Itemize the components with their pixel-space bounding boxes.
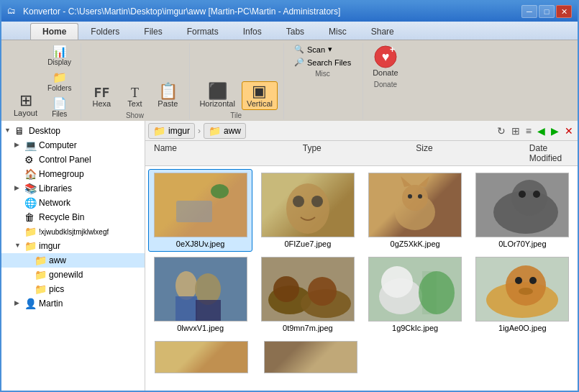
tab-share[interactable]: Share: [359, 23, 406, 40]
col-header-type[interactable]: Type: [300, 142, 414, 164]
expand-libraries[interactable]: ▶: [14, 184, 23, 193]
tab-misc[interactable]: Misc: [316, 23, 359, 40]
view-options-icon[interactable]: ⊞: [510, 124, 521, 138]
sidebar-item-computer[interactable]: ▶ 💻 Computer: [1, 138, 145, 152]
expand-imgur[interactable]: ▼: [14, 242, 23, 250]
expand-martin[interactable]: ▶: [14, 299, 23, 308]
file-item-6[interactable]: 1g9CkIc.jpeg: [363, 253, 468, 336]
file-item-7[interactable]: 1igAe0O.jpeg: [470, 253, 575, 336]
file-item-0[interactable]: 0eXJ8Uv.jpeg: [148, 169, 252, 252]
imgur-folder-icon: 📁: [153, 125, 165, 137]
address-right: ↻ ⊞ ≡ ◀ ▶ ✕: [496, 124, 575, 138]
search-files-icon: 🔎: [294, 58, 304, 67]
layout-button[interactable]: ⊞ Layout: [9, 91, 42, 119]
gonewild-icon: 📁: [35, 269, 46, 281]
paste-button[interactable]: 📋 Paste: [152, 81, 183, 110]
computer-icon: 💻: [24, 140, 36, 151]
folders-button[interactable]: 📁 Folders: [44, 69, 75, 94]
window-controls: ─ □ ✕: [521, 5, 572, 18]
sidebar-item-aww[interactable]: 📁 aww: [1, 253, 145, 268]
vertical-button[interactable]: ▣ Vertical: [242, 81, 278, 110]
breadcrumb-imgur[interactable]: 📁 imgur: [148, 123, 195, 139]
file-item-8[interactable]: [148, 337, 255, 377]
sidebar-item-imgur[interactable]: ▼ 📁 imgur: [1, 239, 145, 253]
aww-icon: 📁: [35, 255, 46, 266]
tab-infos[interactable]: Infos: [231, 23, 274, 40]
ribbon-group-donate: ♥ + Donate Donate: [365, 43, 409, 119]
svg-marker-9: [419, 176, 429, 187]
maximize-button[interactable]: □: [539, 5, 555, 18]
sort-icon[interactable]: ≡: [524, 124, 533, 138]
xjw-icon: 📁: [24, 226, 36, 237]
horizontal-icon: ⬛: [208, 83, 227, 99]
tab-tabs[interactable]: Tabs: [274, 23, 316, 40]
svg-point-25: [273, 276, 299, 302]
libraries-icon: 📚: [24, 183, 36, 194]
svg-point-26: [308, 277, 337, 306]
hexa-icon: FF: [94, 86, 110, 99]
files-button[interactable]: 📄 Files: [44, 95, 75, 119]
tab-folders[interactable]: Folders: [78, 23, 132, 40]
file-item-1[interactable]: 0FIZue7.jpeg: [255, 169, 360, 252]
show-label: Show: [126, 111, 144, 119]
tile-buttons: ⬛ Horizontal ▣ Vertical: [194, 43, 278, 110]
scan-button[interactable]: 🔍 Scan ▾: [291, 43, 354, 55]
nav-next-icon[interactable]: ▶: [550, 124, 560, 138]
ribbon-group-show: FF Hexa T Text 📋 Paste Show: [83, 43, 190, 119]
app-icon: 🗂: [7, 6, 19, 17]
col-header-name[interactable]: Name: [151, 142, 300, 164]
horizontal-button[interactable]: ⬛ Horizontal: [194, 81, 240, 110]
sidebar-item-controlpanel[interactable]: ⚙ Control Panel: [1, 152, 145, 167]
svg-point-36: [529, 277, 537, 284]
file-item-5[interactable]: 0t9mn7m.jpeg: [255, 253, 360, 336]
svg-point-34: [506, 265, 546, 306]
sidebar-item-pics[interactable]: 📁 pics: [1, 282, 145, 296]
tab-home[interactable]: Home: [30, 23, 78, 40]
sidebar-item-xjw[interactable]: 📁 !xjwubdklsjtmjklwlxegf: [1, 224, 145, 239]
thumb-7: [475, 257, 569, 322]
refresh-icon[interactable]: ↻: [496, 124, 507, 138]
file-item-2[interactable]: 0gZ5XkK.jpeg: [363, 169, 468, 252]
svg-point-3: [286, 183, 329, 234]
nav-prev-icon[interactable]: ◀: [536, 124, 547, 138]
donate-button[interactable]: ♥ + Donate: [368, 43, 403, 79]
sidebar-item-homegroup[interactable]: 🏠 Homegroup: [1, 167, 145, 181]
col-header-size[interactable]: Size: [413, 142, 526, 164]
file-row-2: 0lwvxV1.jpeg 0t9mn7m.jpeg: [148, 253, 575, 336]
close-button[interactable]: ✕: [556, 5, 572, 18]
content-area: 📁 imgur › 📁 aww ↻ ⊞ ≡ ◀ ▶ ✕: [145, 121, 578, 392]
pics-icon: 📁: [35, 283, 46, 295]
col-header-date[interactable]: Date Modified: [526, 142, 565, 164]
sidebar-item-network[interactable]: 🌐 Network: [1, 196, 145, 210]
tab-files[interactable]: Files: [132, 23, 174, 40]
ribbon-tabs: Home Folders Files Formats Infos Tabs Mi…: [1, 22, 578, 40]
sidebar-item-martin[interactable]: ▶ 👤 Martin: [1, 296, 145, 311]
minimize-button[interactable]: ─: [521, 5, 537, 18]
file-item-3[interactable]: 0LOr70Y.jpeg: [470, 169, 575, 252]
expand-desktop[interactable]: ▼: [4, 127, 13, 135]
keys-shape: [176, 201, 212, 222]
svg-text:♥: ♥: [382, 50, 390, 64]
desktop-icon: 🖥: [14, 125, 26, 137]
display-button[interactable]: 📊 Display: [44, 43, 75, 68]
ribbon-group-misc: 🔍 Scan ▾ 🔎 Search Files Misc: [286, 43, 363, 119]
sidebar-item-gonewild[interactable]: 📁 gonewild: [1, 268, 145, 282]
search-files-button[interactable]: 🔎 Search Files: [291, 56, 354, 68]
sidebar: ▼ 🖥 Desktop ▶ 💻 Computer ⚙ Control Panel…: [1, 121, 145, 392]
svg-rect-20: [175, 296, 197, 322]
tab-formats[interactable]: Formats: [175, 23, 231, 40]
ribbon-content: ⊞ Layout 📊 Display 📁 Folders 📄 Files: [1, 40, 578, 121]
file-item-9[interactable]: [257, 337, 364, 377]
expand-computer[interactable]: ▶: [14, 141, 23, 150]
file-item-4[interactable]: 0lwvxV1.jpeg: [148, 253, 252, 336]
breadcrumb-aww[interactable]: 📁 aww: [204, 123, 246, 139]
close-panel-icon[interactable]: ✕: [563, 124, 575, 138]
sidebar-item-recyclebin[interactable]: 🗑 Recycle Bin: [1, 210, 145, 224]
hexa-button[interactable]: FF Hexa: [86, 84, 117, 110]
sidebar-item-desktop[interactable]: ▼ 🖥 Desktop: [1, 124, 145, 138]
svg-point-37: [519, 288, 533, 295]
text-button[interactable]: T Text: [119, 84, 150, 110]
scroll-placeholder: [565, 142, 572, 164]
folders-icon: 📁: [53, 70, 67, 84]
sidebar-item-libraries[interactable]: ▶ 📚 Libraries: [1, 181, 145, 196]
